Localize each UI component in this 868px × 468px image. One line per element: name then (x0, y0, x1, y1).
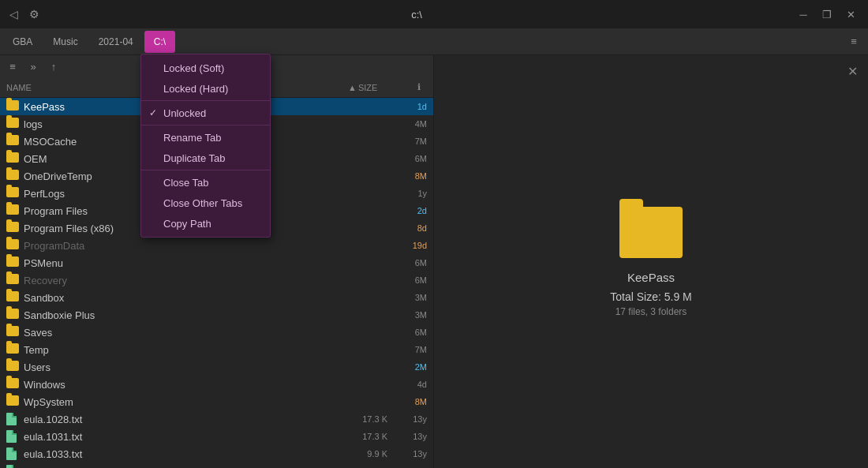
file-name: PSMenu (24, 257, 340, 269)
file-name: eula.1036.txt (24, 466, 340, 469)
folder-icon (6, 187, 19, 197)
folder-icon (6, 118, 19, 128)
file-size: 17.3 K (340, 414, 387, 424)
file-date: 1y (387, 189, 427, 198)
context-menu-item[interactable]: Rename Tab (141, 127, 270, 148)
close-preview-button[interactable]: ✕ (843, 62, 862, 80)
forward-button[interactable]: » (24, 58, 43, 75)
context-menu-item[interactable]: Locked (Soft) (141, 58, 270, 78)
file-icon (6, 413, 17, 425)
list-item[interactable]: Saves6M (0, 324, 433, 341)
context-menu: Locked (Soft)Locked (Hard)UnlockedRename… (140, 54, 271, 238)
list-item[interactable]: eula.1031.txt17.3 K13y (0, 428, 433, 445)
context-menu-item[interactable]: Locked (Hard) (141, 78, 270, 99)
list-icon: ≡ (9, 61, 16, 73)
folder-icon (6, 361, 19, 371)
settings-icon: ⚙ (29, 8, 39, 21)
folder-icon (6, 152, 19, 163)
list-item[interactable]: Windows4d (0, 376, 433, 393)
folder-icon (6, 256, 19, 267)
folder-icon (6, 378, 19, 388)
folder-icon (6, 239, 19, 249)
list-view-button[interactable]: ≡ (3, 58, 22, 75)
file-name: Saves (24, 327, 340, 339)
list-item[interactable]: Recovery6M (0, 271, 433, 289)
up-button[interactable]: ↑ (44, 58, 63, 75)
titlebar-path: c:\ (47, 9, 786, 21)
tab-music-label: Music (53, 36, 77, 47)
forward-icon: » (30, 61, 36, 73)
list-item[interactable]: WpSystem8M (0, 393, 433, 410)
file-name: Sandbox (24, 292, 340, 304)
tab-2021-label: 2021-04 (99, 36, 133, 47)
context-menu-item[interactable]: Close Other Tabs (141, 193, 270, 213)
up-icon: ↑ (51, 61, 57, 73)
folder-icon (6, 395, 19, 406)
file-name: eula.1028.txt (24, 414, 340, 425)
list-item[interactable]: eula.1028.txt17.3 K13y (0, 410, 433, 428)
tab-gba[interactable]: GBA (3, 31, 42, 53)
menu-separator (141, 100, 270, 101)
file-date: 8M (387, 397, 427, 406)
folder-icon (6, 204, 19, 215)
context-menu-item[interactable]: Close Tab (141, 172, 270, 193)
tab-menu-button[interactable]: ≡ (843, 31, 865, 53)
titlebar: ◁ ⚙ c:\ ─ ❐ ✕ (0, 0, 868, 28)
close-window-button[interactable]: ✕ (840, 3, 862, 25)
menu-separator (141, 170, 270, 170)
file-date: 6M (387, 258, 427, 268)
context-menu-item[interactable]: Unlocked (141, 103, 270, 123)
folder-icon (6, 343, 19, 354)
tab-2021[interactable]: 2021-04 (89, 31, 143, 53)
list-item[interactable]: Temp7M (0, 341, 433, 358)
tab-gba-label: GBA (13, 36, 32, 47)
context-menu-item[interactable]: Duplicate Tab (141, 148, 270, 168)
file-date: 3M (387, 293, 427, 302)
file-date: 13y (387, 449, 427, 459)
file-name: Sandboxie Plus (24, 309, 340, 321)
list-item[interactable]: ProgramData19d (0, 237, 433, 254)
context-menu-item[interactable]: Copy Path (141, 213, 270, 234)
file-name: Temp (24, 344, 340, 356)
preview-folder-name: KeePass (627, 271, 675, 284)
close-window-icon: ✕ (847, 9, 855, 21)
main-layout: ≡ » ↑ NAME ▲ SIZE ℹ KeePass1dlogs4MMSOCa… (0, 55, 868, 468)
file-date: 4d (387, 380, 427, 389)
list-item[interactable]: Sandboxie Plus3M (0, 306, 433, 324)
file-name: Windows (24, 379, 340, 391)
window-controls: ─ ❐ ✕ (792, 3, 862, 25)
list-item[interactable]: eula.1033.txt9.9 K13y (0, 445, 433, 462)
file-date: 7M (387, 345, 427, 354)
tab-c-drive[interactable]: C:\ (144, 31, 175, 53)
file-date: 6M (387, 154, 427, 163)
folder-icon (6, 309, 19, 319)
folder-icon (6, 170, 19, 180)
file-date: 6M (387, 275, 427, 285)
file-name: eula.1033.txt (24, 448, 340, 460)
file-size: 9.9 K (340, 449, 387, 459)
file-date: 8M (387, 171, 427, 181)
tabbar: GBA Music 2021-04 C:\ ≡ (0, 28, 868, 55)
list-item[interactable]: PSMenu6M (0, 254, 433, 271)
list-item[interactable]: eula.1036.txt17.3 K13y (0, 462, 433, 468)
file-icon (6, 465, 17, 468)
file-name: Users (24, 361, 340, 373)
folder-icon (6, 274, 19, 284)
file-date: 13y (387, 414, 427, 424)
file-date: 8d (387, 223, 427, 233)
settings-button[interactable]: ⚙ (27, 7, 41, 21)
folder-icon (6, 291, 19, 301)
restore-button[interactable]: ❐ (816, 3, 838, 25)
menu-separator (141, 125, 270, 125)
list-item[interactable]: Users2M (0, 358, 433, 376)
back-button[interactable]: ◁ (6, 7, 21, 21)
tab-menu-icon: ≡ (851, 36, 857, 47)
list-item[interactable]: Sandbox3M (0, 289, 433, 306)
file-date: 7M (387, 137, 427, 146)
minimize-button[interactable]: ─ (792, 3, 814, 25)
folder-icon (6, 326, 19, 336)
minimize-icon: ─ (799, 9, 806, 21)
col-info-header: ℹ (411, 82, 427, 92)
sort-asc-icon: ▲ (348, 83, 357, 92)
tab-music[interactable]: Music (43, 31, 87, 53)
